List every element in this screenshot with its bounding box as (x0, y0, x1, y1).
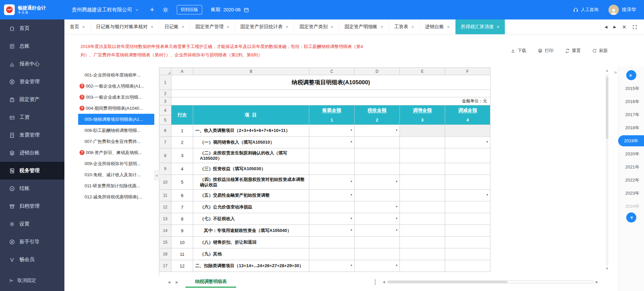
item-cell[interactable]: （八）销售折扣、折让和退回 (193, 237, 309, 248)
row-number[interactable]: 13 (159, 213, 171, 225)
report-list-item[interactable]: ? 002-一般企业收入明细表(A1... (78, 81, 154, 92)
column-header[interactable]: C (309, 68, 355, 75)
amount-cell-e[interactable] (400, 225, 445, 237)
column-header[interactable]: D (355, 68, 400, 75)
line-number-cell[interactable]: 12 (171, 260, 193, 272)
tab-close-icon[interactable]: × (181, 24, 184, 30)
sidebar-item-payroll[interactable]: 工资 (0, 108, 64, 126)
sidebar-item-invoices[interactable]: 发票管理 (0, 126, 64, 144)
sidebar-item-fixed-assets[interactable]: 固定资产 (0, 91, 64, 108)
tab-close-icon[interactable]: × (151, 24, 153, 30)
item-cell[interactable]: （七）不征税收入 (193, 213, 309, 225)
row-number[interactable]: 6 (159, 125, 171, 137)
report-list-item[interactable]: ? 004-期间费用明细表(A1040... (78, 103, 154, 114)
year-item[interactable]: 2021年 (621, 161, 644, 173)
year-item[interactable]: 2023年 (621, 188, 644, 199)
report-list-item[interactable]: ? 011-研发费用加计扣除优惠... (78, 180, 154, 191)
amount-cell-d[interactable] (355, 163, 400, 175)
amount-cell-d[interactable]: * (355, 260, 400, 272)
report-list-item[interactable]: ? 006-职工薪酬纳税调整明细... (78, 125, 154, 136)
amount-cell-e[interactable] (400, 163, 445, 175)
username[interactable]: 徐泽华 (622, 7, 636, 13)
document-tab[interactable]: 所得税汇算清缴 × (455, 19, 505, 34)
year-item[interactable]: 2024年 (621, 201, 644, 212)
sidebar-item-home[interactable]: 首页 (0, 19, 64, 37)
unpin-sidebar-button[interactable]: 取消固定 (0, 278, 64, 291)
item-cell[interactable]: （一）视同销售收入（填写A105010） (193, 137, 309, 148)
row-number[interactable]: 16 (159, 248, 171, 260)
sidebar-item-tax-management[interactable]: 税务管理 (0, 162, 64, 180)
sheet-tabs-prev-icon[interactable]: ◀ (165, 280, 173, 284)
settings-gear-icon[interactable] (162, 7, 169, 13)
horizontal-scroll-track[interactable] (387, 280, 594, 284)
switch-version-button[interactable]: 切到旧版 (177, 5, 202, 14)
line-number-cell[interactable]: 7 (171, 201, 193, 213)
document-tab[interactable]: 固定资产类别 × (294, 19, 339, 34)
row-number[interactable]: 10 (159, 175, 171, 190)
amount-cell-f[interactable] (445, 163, 490, 175)
item-cell[interactable]: （三）投资收益（填写A105030） (193, 163, 309, 175)
year-item[interactable]: 2016年 (621, 96, 644, 107)
collapse-panel-icon[interactable]: « (154, 170, 159, 180)
amount-cell-c[interactable] (309, 248, 355, 260)
column-header[interactable]: B (193, 68, 309, 75)
amount-cell-c[interactable]: * (309, 260, 355, 272)
item-cell[interactable]: 一、收入类调整项目（2+3+4+5+6+7+8+10+11） (193, 125, 309, 137)
scroll-right-icon[interactable]: ▶ (594, 280, 600, 284)
amount-cell-f[interactable] (445, 260, 490, 272)
amount-cell-e[interactable] (400, 148, 445, 163)
amount-cell-d[interactable] (355, 237, 400, 248)
amount-cell-f[interactable] (445, 213, 490, 225)
document-tab[interactable]: 固定资产管理 × (190, 19, 235, 34)
document-tab[interactable]: 日记账 × (159, 19, 190, 34)
fullscreen-icon[interactable] (632, 25, 637, 30)
document-tab[interactable]: 首页 × (64, 19, 91, 34)
calendar-icon[interactable] (244, 7, 249, 13)
tab-close-icon[interactable]: × (497, 24, 499, 30)
print-button[interactable]: 打印 (538, 48, 553, 54)
amount-cell-c[interactable] (309, 148, 355, 163)
amount-cell-d[interactable]: * (355, 225, 400, 237)
item-cell[interactable]: 其中：专项用途财政性资金（填写A105040） (193, 225, 309, 237)
line-number-cell[interactable]: 4 (171, 163, 193, 175)
amount-cell-c[interactable]: * (309, 225, 355, 237)
horizontal-scrollbar[interactable]: ◀ ▶ (381, 280, 600, 284)
amount-cell-d[interactable]: * (355, 213, 400, 225)
years-scroll-down-icon[interactable]: « (626, 212, 636, 223)
sidebar-item-settings[interactable]: 设置 (0, 215, 64, 233)
row-number[interactable]: 4 (159, 105, 171, 115)
amount-cell-d[interactable]: * (355, 175, 400, 190)
expand-panel-icon[interactable]: » (614, 69, 617, 75)
sidebar-item-general-ledger[interactable]: 总账 (0, 37, 64, 55)
item-cell[interactable]: （五）交易性金融资产初始投资调整 (193, 190, 309, 201)
scroll-down-icon[interactable]: ▼ (606, 267, 609, 272)
row-number[interactable]: 7 (159, 137, 171, 148)
amount-cell-e[interactable] (400, 201, 445, 213)
document-tab[interactable]: 日记账与银行对账单核对 × (91, 19, 159, 34)
sidebar-item-report-center[interactable]: 报表中心 (0, 55, 64, 73)
year-item[interactable]: 2020年 (621, 148, 644, 159)
year-item[interactable]: 2017年 (621, 109, 644, 120)
document-tab[interactable]: 固定资产折旧统计表 × (235, 19, 294, 34)
item-cell[interactable]: （九）其他 (193, 248, 309, 260)
report-list-item[interactable]: ? 007-广告费和业务宣传费跨... (78, 136, 154, 147)
line-number-cell[interactable]: 8 (171, 213, 193, 225)
company-selector[interactable]: 贵州腾越建设工程有限公司 (72, 7, 139, 13)
tabs-scroll-right-icon[interactable]: ▶ (613, 25, 616, 29)
amount-cell-c[interactable]: * (309, 190, 355, 201)
sidebar-item-guide[interactable]: 新手引导 (0, 233, 64, 251)
document-tab[interactable]: 进销台账 × (420, 19, 455, 34)
close-all-tabs-icon[interactable]: × (622, 23, 626, 30)
sheet-tabs-next-icon[interactable]: ▶ (173, 280, 181, 284)
vertical-scrollbar[interactable]: ▲ ▼ (605, 69, 609, 272)
scroll-left-icon[interactable]: ◀ (381, 280, 387, 284)
years-scroll-up-icon[interactable]: « (626, 70, 636, 80)
row-number[interactable]: 15 (159, 237, 171, 248)
year-item[interactable]: 2022年 (621, 175, 644, 186)
amount-cell-e[interactable] (400, 137, 445, 148)
sidebar-item-archive[interactable]: 归档管理 (0, 197, 64, 215)
report-list-item[interactable]: ? 001-企业所得税年度纳税申... (78, 69, 154, 81)
row-number[interactable]: 3 (159, 97, 171, 105)
tab-close-icon[interactable]: × (380, 24, 383, 30)
column-header[interactable]: A (171, 68, 193, 75)
